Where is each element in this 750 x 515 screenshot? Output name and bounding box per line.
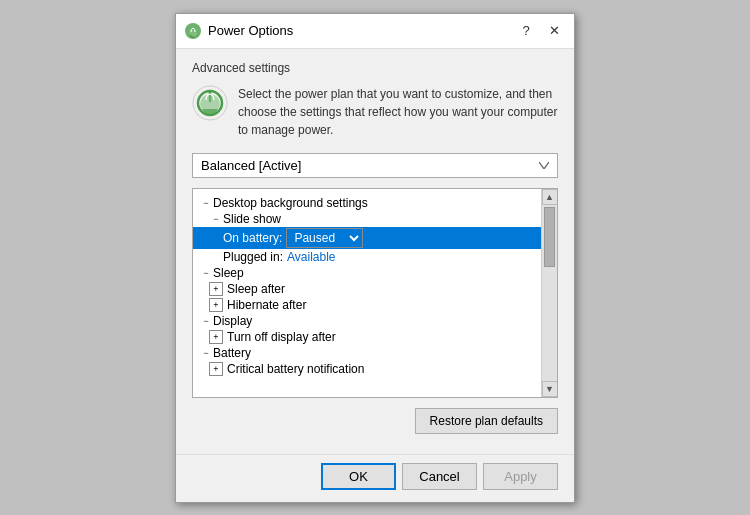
cancel-button[interactable]: Cancel bbox=[402, 463, 477, 490]
plus-icon: + bbox=[209, 298, 223, 312]
ok-button[interactable]: OK bbox=[321, 463, 396, 490]
plan-select[interactable]: Balanced [Active] Power saver High perfo… bbox=[192, 153, 558, 178]
tree-item-battery[interactable]: − Battery bbox=[193, 345, 541, 361]
dialog-body: Advanced settings Select the power plan … bbox=[176, 49, 574, 454]
tree-label-turn-off-display: Turn off display after bbox=[227, 330, 336, 344]
plus-icon: + bbox=[209, 362, 223, 376]
tree-item-critical-battery[interactable]: + Critical battery notification bbox=[193, 361, 541, 377]
power-icon bbox=[192, 85, 228, 121]
apply-button[interactable]: Apply bbox=[483, 463, 558, 490]
tree-label: Desktop background settings bbox=[213, 196, 368, 210]
tree-item-turn-off-display[interactable]: + Turn off display after bbox=[193, 329, 541, 345]
description-area: Select the power plan that you want to c… bbox=[192, 85, 558, 139]
expand-minus-icon: − bbox=[199, 314, 213, 328]
on-battery-select[interactable]: Paused Available bbox=[286, 228, 363, 248]
tree-label: Hibernate after bbox=[227, 298, 306, 312]
tree-label: Display bbox=[213, 314, 252, 328]
dialog-footer: OK Cancel Apply bbox=[176, 454, 574, 502]
available-text: Available bbox=[287, 250, 335, 264]
tree-item-slide-show[interactable]: − Slide show bbox=[193, 211, 541, 227]
titlebar-icon bbox=[184, 22, 202, 40]
tree-label-on-battery: On battery: bbox=[223, 231, 282, 245]
tree-label-plugged-in: Plugged in: bbox=[223, 250, 283, 264]
scrollbar-thumb[interactable] bbox=[544, 207, 555, 267]
scroll-down-button[interactable]: ▼ bbox=[542, 381, 558, 397]
scroll-up-button[interactable]: ▲ bbox=[542, 189, 558, 205]
expand-minus-icon: − bbox=[209, 212, 223, 226]
close-button[interactable]: ✕ bbox=[542, 20, 566, 42]
titlebar-title: Power Options bbox=[208, 23, 514, 38]
expand-minus-icon: − bbox=[199, 346, 213, 360]
expand-minus-icon: − bbox=[199, 266, 213, 280]
tree-label: Critical battery notification bbox=[227, 362, 364, 376]
plus-icon: + bbox=[209, 330, 223, 344]
tree-item-hibernate-after[interactable]: + Hibernate after bbox=[193, 297, 541, 313]
tree-label: Sleep after bbox=[227, 282, 285, 296]
titlebar-controls: ? ✕ bbox=[514, 20, 566, 42]
tree-item-on-battery[interactable]: On battery: Paused Available bbox=[193, 227, 541, 249]
titlebar: Power Options ? ✕ bbox=[176, 14, 574, 49]
tree-item-desktop-bg[interactable]: − Desktop background settings bbox=[193, 195, 541, 211]
expand-minus-icon: − bbox=[199, 196, 213, 210]
power-options-dialog: Power Options ? ✕ Advanced settings Sele… bbox=[175, 13, 575, 503]
scrollbar-track: ▲ ▼ bbox=[541, 189, 557, 397]
plan-select-wrapper: Balanced [Active] Power saver High perfo… bbox=[192, 153, 558, 178]
settings-box: − Desktop background settings − Slide sh… bbox=[192, 188, 558, 398]
section-label: Advanced settings bbox=[192, 61, 558, 75]
restore-btn-row: Restore plan defaults bbox=[192, 408, 558, 434]
tree-item-plugged-in[interactable]: Plugged in: Available bbox=[193, 249, 541, 265]
tree-label: Slide show bbox=[223, 212, 281, 226]
help-button[interactable]: ? bbox=[514, 20, 538, 42]
scrollbar-thumb-area bbox=[542, 205, 557, 381]
tree-label: Sleep bbox=[213, 266, 244, 280]
restore-plan-defaults-button[interactable]: Restore plan defaults bbox=[415, 408, 558, 434]
tree-item-display[interactable]: − Display bbox=[193, 313, 541, 329]
settings-content: − Desktop background settings − Slide sh… bbox=[193, 189, 541, 397]
description-text: Select the power plan that you want to c… bbox=[238, 85, 558, 139]
tree-label: Battery bbox=[213, 346, 251, 360]
plus-icon: + bbox=[209, 282, 223, 296]
tree-item-sleep[interactable]: − Sleep bbox=[193, 265, 541, 281]
tree-item-sleep-after[interactable]: + Sleep after bbox=[193, 281, 541, 297]
